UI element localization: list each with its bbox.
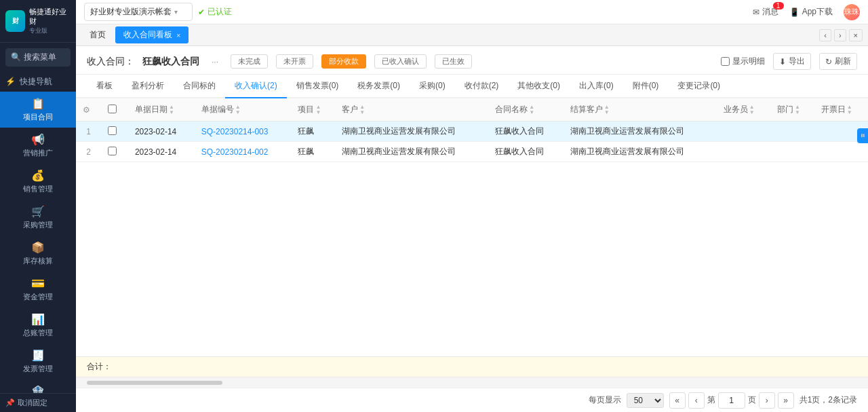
- tab-income-contract[interactable]: 收入合同看板 ×: [115, 26, 189, 43]
- sidebar-item-purchase[interactable]: 🛒 采购管理: [0, 200, 76, 236]
- sidebar-item-sales[interactable]: 💰 销售管理: [0, 164, 76, 200]
- col-customer[interactable]: 客户 ▲▼: [335, 98, 488, 121]
- next-page-button[interactable]: ›: [759, 392, 775, 409]
- subtab-income-confirm[interactable]: 收入确认(2): [225, 75, 287, 98]
- show-detail-checkbox[interactable]: 显示明细: [721, 56, 765, 67]
- invoice-date-sort[interactable]: ▲▼: [847, 105, 852, 115]
- dept-sort[interactable]: ▲▼: [795, 105, 800, 115]
- more-button[interactable]: ···: [208, 56, 222, 68]
- sidebar-item-inventory[interactable]: 📦 库存核算: [0, 236, 76, 271]
- subtab-other-income[interactable]: 其他收支(0): [508, 75, 570, 98]
- date-sort[interactable]: ▲▼: [169, 105, 174, 115]
- status-uninvoiced[interactable]: 未开票: [276, 54, 313, 69]
- subtab-subject[interactable]: 合同标的: [174, 75, 225, 98]
- subtab-inout-stock[interactable]: 出入库(0): [570, 75, 623, 98]
- salesperson-sort[interactable]: ▲▼: [749, 105, 755, 115]
- tab-next-button[interactable]: ›: [834, 29, 846, 41]
- subtab-change-record[interactable]: 变更记录(0): [668, 75, 730, 98]
- subtab-profit[interactable]: 盈利分析: [122, 75, 174, 98]
- select-all-checkbox[interactable]: [108, 105, 117, 113]
- sidebar: 财 畅捷通好业财 专业版 🔍 搜索菜单 ⚡ 快捷导航 📋 项目合同 📢 营销推广…: [0, 0, 76, 412]
- col-id[interactable]: 单据编号 ▲▼: [195, 98, 292, 121]
- table-row[interactable]: 2 2023-02-14 SQ-20230214-002 狂飙 湖南卫视商业运营…: [76, 142, 868, 162]
- page-input[interactable]: [718, 392, 745, 409]
- col-contract[interactable]: 合同名称 ▲▼: [488, 98, 564, 121]
- sidebar-item-funds[interactable]: 💳 资金管理: [0, 271, 76, 307]
- message-icon: ✉: [753, 7, 760, 17]
- export-button[interactable]: ⬇ 导出: [773, 53, 811, 70]
- sidebar-item-marketing[interactable]: 📢 营销推广: [0, 128, 76, 164]
- search-menu-button[interactable]: 🔍 搜索菜单: [5, 48, 71, 67]
- col-project[interactable]: 项目 ▲▼: [291, 98, 335, 121]
- refresh-button[interactable]: ↻ 刷新: [819, 53, 857, 70]
- row-settlement: 湖南卫视商业运营发展有限公司: [564, 142, 717, 162]
- col-date[interactable]: 单据日期 ▲▼: [128, 98, 195, 121]
- col-department[interactable]: 部门 ▲▼: [770, 98, 814, 121]
- scroll-area[interactable]: [76, 377, 868, 388]
- logo-icon: 财: [5, 10, 25, 32]
- table-wrap: ⚙ 单据日期 ▲▼ 单据编号: [76, 98, 868, 356]
- id-sort[interactable]: ▲▼: [235, 105, 241, 115]
- row-customer: 湖南卫视商业运营发展有限公司: [335, 142, 488, 162]
- tab-close-button[interactable]: ×: [849, 29, 863, 41]
- row-dept: [770, 142, 814, 162]
- row-contract: 狂飙收入合同: [488, 142, 564, 162]
- table-row[interactable]: 1 2023-02-14 SQ-20230214-003 狂飙 湖南卫视商业运营…: [76, 121, 868, 142]
- row-id[interactable]: SQ-20230214-002: [195, 142, 292, 162]
- last-page-button[interactable]: »: [778, 392, 794, 409]
- column-settings-icon[interactable]: ⚙: [83, 105, 90, 115]
- status-active[interactable]: 已生效: [435, 54, 472, 69]
- status-partial[interactable]: 部分收款: [321, 54, 366, 69]
- status-incomplete[interactable]: 未完成: [231, 54, 268, 69]
- sidebar-item-ledger[interactable]: 📊 总账管理: [0, 307, 76, 343]
- row-checkbox[interactable]: [101, 121, 128, 142]
- messages-button[interactable]: ✉ 消息 1: [753, 6, 778, 18]
- row-id[interactable]: SQ-20230214-003: [195, 121, 292, 142]
- col-settings[interactable]: ⚙: [76, 98, 101, 121]
- status-confirmed[interactable]: 已收入确认: [374, 54, 427, 69]
- company-selector[interactable]: 好业财专业版演示帐套 ▾: [84, 3, 193, 21]
- tab-close-icon[interactable]: ×: [176, 31, 180, 39]
- page-label: 第: [707, 394, 715, 406]
- quick-nav-button[interactable]: ⚡ 快捷导航: [0, 72, 76, 92]
- col-salesperson[interactable]: 业务员 ▲▼: [717, 98, 770, 121]
- verified-icon: ✔: [198, 7, 205, 17]
- contract-sort[interactable]: ▲▼: [529, 105, 534, 115]
- project-sort[interactable]: ▲▼: [315, 105, 321, 115]
- customer-sort[interactable]: ▲▼: [359, 105, 365, 115]
- tab-prev-button[interactable]: ‹: [819, 29, 831, 41]
- row-checkbox[interactable]: [101, 142, 128, 162]
- per-page-select[interactable]: 50 100 200: [627, 393, 664, 408]
- sidebar-item-invoice[interactable]: 🧾 发票管理: [0, 343, 76, 379]
- subtab-purchase[interactable]: 采购(0): [410, 75, 455, 98]
- right-panel-indicator[interactable]: ≡: [857, 128, 868, 143]
- sidebar-search[interactable]: 🔍 搜索菜单: [0, 43, 76, 72]
- pagination-nav: « ‹ 第 页 › »: [669, 392, 794, 409]
- row-salesperson: [717, 121, 770, 142]
- prev-page-button[interactable]: ‹: [688, 392, 705, 409]
- sidebar-item-contract[interactable]: 📋 项目合同: [0, 92, 76, 128]
- tab-home[interactable]: 首页: [81, 26, 114, 43]
- subtab-sales-invoice[interactable]: 销售发票(0): [287, 75, 349, 98]
- contract-icon: 📋: [31, 97, 45, 110]
- per-page-label: 每页显示: [589, 394, 621, 406]
- subtab-board[interactable]: 看板: [87, 75, 122, 98]
- subtab-tax-invoice[interactable]: 税务发票(0): [348, 75, 410, 98]
- unpin-button[interactable]: 📌 取消固定: [0, 393, 76, 412]
- app-download-button[interactable]: 📱 App下载: [789, 6, 833, 18]
- show-detail-input[interactable]: [721, 57, 730, 66]
- scroll-thumb[interactable]: [87, 381, 222, 385]
- user-menu[interactable]: 珠珠: [844, 4, 860, 20]
- col-checkbox[interactable]: [101, 98, 128, 121]
- refresh-icon: ↻: [825, 57, 832, 67]
- sales-icon: 💰: [31, 169, 45, 182]
- sidebar-item-tax[interactable]: 🏦 税务管理: [0, 379, 76, 393]
- col-invoice-date[interactable]: 开票日 ▲▼: [814, 98, 868, 121]
- subtab-payment[interactable]: 收付款(2): [455, 75, 509, 98]
- row-invoice-date: [814, 142, 868, 162]
- topbar: 好业财专业版演示帐套 ▾ ✔ 已认证 ✉ 消息 1 📱 App下载 珠珠: [76, 0, 868, 24]
- settlement-sort[interactable]: ▲▼: [604, 105, 610, 115]
- col-settlement-customer[interactable]: 结算客户 ▲▼: [564, 98, 717, 121]
- subtab-attachment[interactable]: 附件(0): [623, 75, 669, 98]
- first-page-button[interactable]: «: [669, 392, 686, 409]
